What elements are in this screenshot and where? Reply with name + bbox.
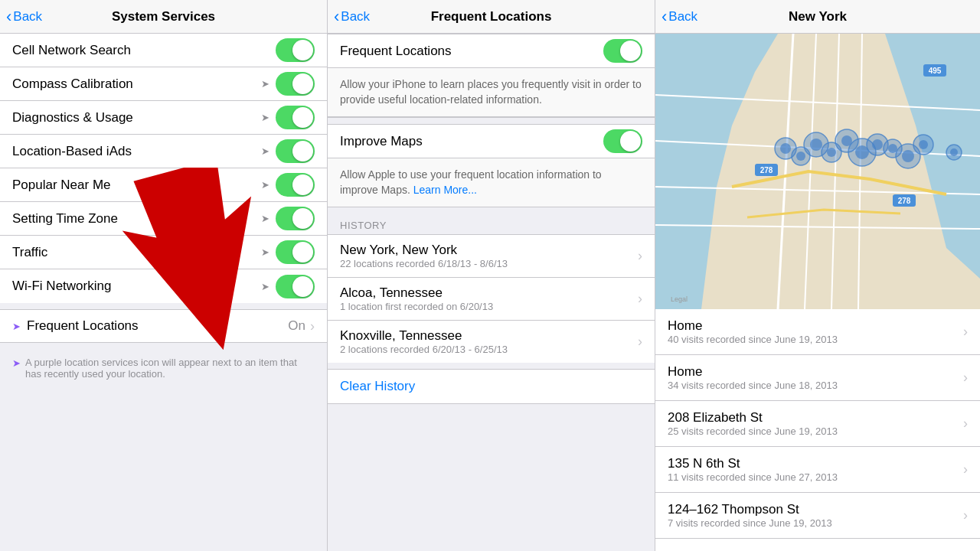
location-row-4[interactable]: 124–162 Thompson St 7 visits recorded si… xyxy=(655,493,980,539)
history-group: New York, New York 22 locations recorded… xyxy=(328,234,655,363)
desc-text-frequent: Allow your iPhone to learn places you fr… xyxy=(340,78,642,106)
nav-bar-right: ‹ Back New York xyxy=(655,0,980,34)
location-sub-1: 34 visits recorded since June 18, 2013 xyxy=(668,380,963,391)
row-cell-network: Cell Network Search xyxy=(0,34,327,67)
nav-title-middle: Frequent Locations xyxy=(431,9,552,24)
svg-point-29 xyxy=(872,139,883,150)
svg-point-35 xyxy=(919,140,928,149)
row-wifi: Wi-Fi Networking ➤ xyxy=(0,269,327,303)
history-city-1: Alcoa, Tennessee xyxy=(340,285,638,301)
toggle-popular[interactable] xyxy=(276,173,315,197)
toggle-diagnostics[interactable] xyxy=(276,106,315,129)
row-label-wifi: Wi-Fi Networking xyxy=(12,279,261,294)
settings-group: Cell Network Search Compass Calibration … xyxy=(0,34,327,303)
location-row-2[interactable]: 208 Elizabeth St 25 visits recorded sinc… xyxy=(655,401,980,447)
back-button-right[interactable]: ‹ Back xyxy=(662,7,697,27)
label-frequent-main: Frequent Locations xyxy=(340,44,603,59)
row-traffic: Traffic ➤ xyxy=(0,236,327,269)
row-label-compass: Compass Calibration xyxy=(12,77,261,92)
learn-more-link[interactable]: Learn More... xyxy=(413,184,477,196)
row-location-ads: Location-Based iAds ➤ xyxy=(0,135,327,168)
chevron-location-0: › xyxy=(963,324,968,340)
toggle-knob xyxy=(292,174,313,195)
nav-bar-left: ‹ Back System Services xyxy=(0,0,328,34)
svg-text:Legal: Legal xyxy=(671,295,688,303)
desc-text-improve: Allow Apple to use your frequent locatio… xyxy=(340,168,602,196)
chevron-history-0: › xyxy=(638,248,642,264)
toggle-knob xyxy=(292,276,313,297)
history-sub-2: 2 locations recorded 6/20/13 - 6/25/13 xyxy=(340,344,638,355)
history-row-2[interactable]: Knoxville, Tennessee 2 locations recorde… xyxy=(328,321,655,363)
toggle-knob xyxy=(292,73,313,94)
svg-text:278: 278 xyxy=(898,197,911,205)
svg-point-33 xyxy=(902,150,914,162)
location-name-4: 124–162 Thompson St xyxy=(668,502,963,517)
location-content-3: 135 N 6th St 11 visits recorded since Ju… xyxy=(668,456,963,483)
toggle-timezone[interactable] xyxy=(276,207,315,230)
toggle-improve-maps[interactable] xyxy=(603,129,642,153)
toggle-knob xyxy=(292,107,313,128)
toggle-knob xyxy=(292,40,313,60)
svg-point-31 xyxy=(888,144,897,153)
back-label-right: Back xyxy=(668,9,697,24)
row-label-frequent: Frequent Locations xyxy=(27,318,288,334)
location-name-3: 135 N 6th St xyxy=(668,456,963,471)
location-row-3[interactable]: 135 N 6th St 11 visits recorded since Ju… xyxy=(655,447,980,493)
chevron-location-3: › xyxy=(963,461,968,478)
toggle-knob xyxy=(620,41,641,61)
frequent-on-value: On xyxy=(288,318,305,334)
desc-block-improve: Allow Apple to use your frequent locatio… xyxy=(328,158,655,207)
toggle-knob xyxy=(292,242,313,262)
row-frequent-locations[interactable]: ➤ Frequent Locations On › xyxy=(0,309,327,343)
location-arrow-popular: ➤ xyxy=(261,179,270,191)
toggle-wifi[interactable] xyxy=(276,275,315,298)
svg-text:278: 278 xyxy=(760,166,773,174)
location-name-0: Home xyxy=(668,318,963,334)
footer-icon: ➤ xyxy=(12,357,21,369)
toggle-cell-network[interactable] xyxy=(276,38,315,62)
nav-bar-middle: ‹ Back Frequent Locations xyxy=(328,0,655,34)
back-chevron-left: ‹ xyxy=(6,7,11,27)
location-sub-0: 40 visits recorded since June 19, 2013 xyxy=(668,334,963,345)
chevron-history-2: › xyxy=(638,334,642,350)
back-chevron-right: ‹ xyxy=(662,7,667,27)
history-city-0: New York, New York xyxy=(340,243,638,258)
row-improve-maps: Improve Maps xyxy=(328,125,655,158)
location-row-0[interactable]: Home 40 visits recorded since June 19, 2… xyxy=(655,309,980,355)
clear-history-button[interactable]: Clear History xyxy=(328,370,655,403)
history-city-2: Knoxville, Tennessee xyxy=(340,328,638,344)
location-row-1[interactable]: Home 34 visits recorded since June 18, 2… xyxy=(655,355,980,401)
back-button-middle[interactable]: ‹ Back xyxy=(334,7,370,27)
toggle-knob xyxy=(292,141,313,161)
toggle-location-ads[interactable] xyxy=(276,139,315,163)
chevron-location-1: › xyxy=(963,370,968,386)
history-content-0: New York, New York 22 locations recorded… xyxy=(340,243,638,269)
history-row-0[interactable]: New York, New York 22 locations recorded… xyxy=(328,235,655,278)
toggle-traffic[interactable] xyxy=(276,240,315,264)
svg-point-37 xyxy=(950,148,958,156)
toggle-knob xyxy=(292,208,313,229)
location-arrow-compass: ➤ xyxy=(261,78,270,90)
row-popular: Popular Near Me ➤ xyxy=(0,168,327,202)
group-divider-mid-3 xyxy=(328,363,655,369)
location-arrow-frequent: ➤ xyxy=(12,321,21,332)
history-content-1: Alcoa, Tennessee 1 location first record… xyxy=(340,285,638,312)
back-button-left[interactable]: ‹ Back xyxy=(6,7,42,27)
history-row-1[interactable]: Alcoa, Tennessee 1 location first record… xyxy=(328,278,655,321)
location-arrow-wifi: ➤ xyxy=(261,281,270,292)
group-divider-mid-2 xyxy=(328,207,655,214)
row-label-traffic: Traffic xyxy=(12,245,261,260)
toggle-compass[interactable] xyxy=(276,72,315,96)
group-improve-maps: Improve Maps Allow Apple to use your fre… xyxy=(328,124,655,207)
row-label-timezone: Setting Time Zone xyxy=(12,211,261,227)
location-content-0: Home 40 visits recorded since June 19, 2… xyxy=(668,318,963,345)
toggle-knob xyxy=(620,131,641,152)
nav-title-left: System Services xyxy=(112,9,215,24)
section-header-history: HISTORY xyxy=(328,214,655,234)
chevron-history-1: › xyxy=(638,291,642,307)
svg-point-19 xyxy=(796,152,805,161)
map-svg: 278 278 495 xyxy=(655,34,980,309)
toggle-frequent-main[interactable] xyxy=(603,39,642,63)
row-diagnostics: Diagnostics & Usage ➤ xyxy=(0,101,327,135)
panel-frequent-locations: Frequent Locations Allow your iPhone to … xyxy=(328,34,655,551)
